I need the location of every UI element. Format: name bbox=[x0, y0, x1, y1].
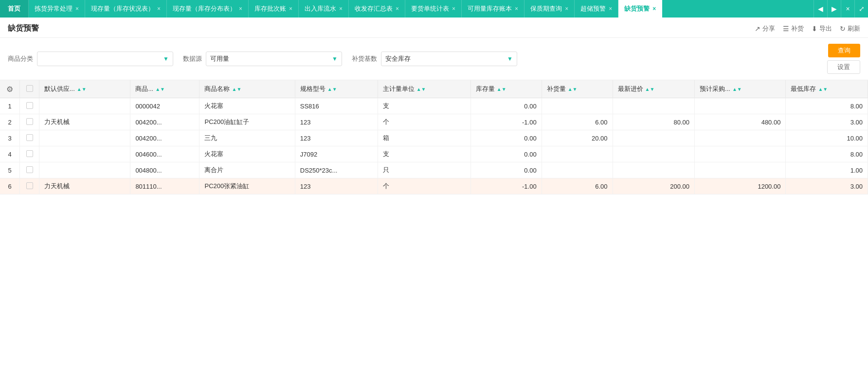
export-icon: ⬇ bbox=[812, 25, 817, 33]
row-replenish-qty-6: 6.00 bbox=[542, 178, 613, 194]
row-goods-name-4: 火花塞 bbox=[199, 146, 295, 162]
table-body: 1 0000042 火花塞 SS816 支 0.00 8.00 2 力天机械 0… bbox=[0, 98, 868, 194]
row-checkbox-4[interactable] bbox=[26, 150, 33, 157]
query-button[interactable]: 查询 bbox=[828, 44, 860, 57]
nav-fullscreen-btn[interactable]: ⤢ bbox=[854, 0, 868, 18]
row-goods-code-2: 004200... bbox=[130, 114, 199, 130]
row-checkbox-1[interactable] bbox=[26, 102, 33, 109]
nav-tab-inout-flow[interactable]: 出入库流水 × bbox=[299, 0, 349, 18]
nav-arrow-right[interactable]: ▶ bbox=[827, 0, 841, 18]
column-checkbox bbox=[20, 80, 39, 98]
table-container: ⚙ 默认供应... ▲▼ 商品... ▲▼ bbox=[0, 80, 868, 194]
data-source-select[interactable]: 可用量 ▼ bbox=[206, 52, 342, 66]
row-cb-3 bbox=[20, 130, 39, 146]
row-cb-5 bbox=[20, 162, 39, 178]
row-replenish-qty-3: 20.00 bbox=[542, 130, 613, 146]
column-goods-code[interactable]: 商品... ▲▼ bbox=[130, 80, 199, 98]
row-supplier-5 bbox=[39, 162, 130, 178]
column-gear: ⚙ bbox=[0, 80, 20, 98]
nav-tab-batch-account[interactable]: 库存批次账 × bbox=[249, 0, 299, 18]
sort-replenish-qty-icon: ▲▼ bbox=[568, 87, 578, 92]
nav-tab-order-stat[interactable]: 要货单统计表 × bbox=[405, 0, 462, 18]
row-stock-qty-6: -1.00 bbox=[470, 178, 542, 194]
nav-tab-batch-account-close[interactable]: × bbox=[289, 5, 292, 12]
row-replenish-qty-1 bbox=[542, 98, 613, 114]
nav-tab-overstock-warn-close[interactable]: × bbox=[609, 5, 612, 12]
nav-tab-stock-status[interactable]: 现存量（库存状况表） × bbox=[85, 0, 167, 18]
nav-tab-stock-dist-close[interactable]: × bbox=[239, 5, 242, 12]
nav-tab-overstock-warn[interactable]: 超储预警 × bbox=[575, 0, 618, 18]
row-est-purchase-5 bbox=[695, 162, 786, 178]
row-stock-qty-4: 0.00 bbox=[470, 146, 542, 162]
nav-tab-shelf-life[interactable]: 保质期查询 × bbox=[524, 0, 575, 18]
column-latest-price[interactable]: 最新进价 ▲▼ bbox=[613, 80, 695, 98]
nav-tab-pick-error[interactable]: 拣货异常处理 × bbox=[29, 0, 85, 18]
page-header: 缺货预警 ↗ 分享 ☰ 补货 ⬇ 导出 ↻ 刷新 bbox=[0, 18, 868, 38]
filter-bar: 商品分类 ▼ 数据源 可用量 ▼ 补货基数 安全库存 ▼ 查询 设置 bbox=[0, 38, 868, 80]
row-checkbox-2[interactable] bbox=[26, 118, 33, 125]
row-checkbox-5[interactable] bbox=[26, 166, 33, 173]
nav-tab-stock-status-close[interactable]: × bbox=[157, 5, 161, 12]
column-min-stock[interactable]: 最低库存 ▲▼ bbox=[786, 80, 868, 98]
settings-button[interactable]: 设置 bbox=[827, 60, 860, 74]
nav-tab-pick-error-close[interactable]: × bbox=[75, 5, 79, 12]
row-num-5: 5 bbox=[0, 162, 20, 178]
column-spec[interactable]: 规格型号 ▲▼ bbox=[295, 80, 378, 98]
row-checkbox-3[interactable] bbox=[26, 134, 33, 141]
row-goods-name-1: 火花塞 bbox=[199, 98, 295, 114]
nav-tab-shortage-warn-close[interactable]: × bbox=[652, 5, 656, 12]
column-est-purchase[interactable]: 预计采购... ▲▼ bbox=[695, 80, 786, 98]
nav-tab-shortage-warn-label: 缺货预警 bbox=[624, 4, 650, 13]
table-row: 5 004800... 离合片 DS250*23c... 只 0.00 1.00 bbox=[0, 162, 868, 178]
row-replenish-qty-2: 6.00 bbox=[542, 114, 613, 130]
column-unit[interactable]: 主计量单位 ▲▼ bbox=[378, 80, 470, 98]
replenish-base-select[interactable]: 安全库存 ▼ bbox=[381, 52, 517, 66]
nav-tab-shelf-life-close[interactable]: × bbox=[565, 5, 568, 12]
replenish-base-label: 补货基数 bbox=[352, 54, 377, 63]
nav-tab-home-label: 首页 bbox=[8, 4, 20, 13]
nav-tab-recv-send[interactable]: 收发存汇总表 × bbox=[349, 0, 405, 18]
nav-arrow-left[interactable]: ◀ bbox=[814, 0, 827, 18]
row-min-stock-2: 3.00 bbox=[786, 114, 868, 130]
sort-goods-code-icon: ▲▼ bbox=[155, 87, 165, 92]
select-all-checkbox[interactable] bbox=[26, 85, 33, 92]
replenish-base-value: 安全库存 bbox=[385, 54, 411, 63]
goods-category-select[interactable]: ▼ bbox=[37, 52, 173, 66]
row-stock-qty-1: 0.00 bbox=[470, 98, 542, 114]
row-spec-4: J7092 bbox=[295, 146, 378, 162]
export-label: 导出 bbox=[819, 24, 832, 33]
nav-tab-stock-dist-label: 现存量（库存分布表） bbox=[173, 4, 236, 13]
table-row: 3 004200... 三九 123 箱 0.00 20.00 10.00 bbox=[0, 130, 868, 146]
row-num-3: 3 bbox=[0, 130, 20, 146]
row-replenish-qty-4 bbox=[542, 146, 613, 162]
nav-tab-available-book[interactable]: 可用量库存账本 × bbox=[462, 0, 524, 18]
column-replenish-qty[interactable]: 补货量 ▲▼ bbox=[542, 80, 613, 98]
nav-tab-available-book-label: 可用量库存账本 bbox=[468, 4, 512, 13]
row-unit-1: 支 bbox=[378, 98, 470, 114]
nav-tab-home[interactable]: 首页 bbox=[0, 0, 29, 18]
column-stock-qty[interactable]: 库存量 ▲▼ bbox=[470, 80, 542, 98]
replenish-base-arrow-icon: ▼ bbox=[507, 55, 513, 62]
nav-tab-available-book-close[interactable]: × bbox=[515, 5, 518, 12]
table-row: 4 004600... 火花塞 J7092 支 0.00 8.00 bbox=[0, 146, 868, 162]
row-stock-qty-2: -1.00 bbox=[470, 114, 542, 130]
export-button[interactable]: ⬇ 导出 bbox=[812, 24, 832, 33]
table-settings-icon[interactable]: ⚙ bbox=[5, 84, 15, 94]
nav-tab-shortage-warn[interactable]: 缺货预警 × bbox=[618, 0, 662, 18]
nav-tab-order-stat-close[interactable]: × bbox=[452, 5, 455, 12]
nav-tab-inout-flow-close[interactable]: × bbox=[339, 5, 343, 12]
replenish-base-filter-group: 补货基数 安全库存 ▼ bbox=[352, 52, 517, 66]
column-supplier[interactable]: 默认供应... ▲▼ bbox=[39, 80, 130, 98]
nav-close-btn[interactable]: × bbox=[841, 0, 854, 18]
share-button[interactable]: ↗ 分享 bbox=[755, 24, 775, 33]
column-goods-name[interactable]: 商品名称 ▲▼ bbox=[199, 80, 295, 98]
nav-tab-stock-dist[interactable]: 现存量（库存分布表） × bbox=[167, 0, 249, 18]
refresh-button[interactable]: ↻ 刷新 bbox=[840, 24, 860, 33]
data-table: ⚙ 默认供应... ▲▼ 商品... ▲▼ bbox=[0, 80, 868, 194]
nav-tab-recv-send-close[interactable]: × bbox=[396, 5, 399, 12]
row-est-purchase-6: 1200.00 bbox=[695, 178, 786, 194]
row-checkbox-6[interactable] bbox=[26, 182, 33, 189]
sort-est-purchase-icon: ▲▼ bbox=[732, 87, 742, 92]
replenish-button[interactable]: ☰ 补货 bbox=[783, 24, 804, 33]
nav-tab-recv-send-label: 收发存汇总表 bbox=[355, 4, 393, 13]
